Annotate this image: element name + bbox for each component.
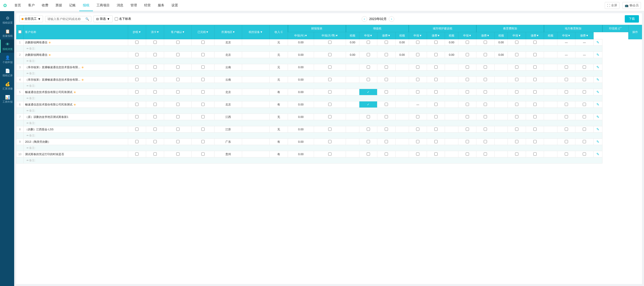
edit-icon[interactable]: ✎ xyxy=(596,78,599,82)
name-checkbox[interactable] xyxy=(115,17,118,21)
filter-button[interactable]: ⊟ 筛选 ▼ xyxy=(93,15,113,22)
copy-tax-checkbox[interactable] xyxy=(135,53,139,56)
lp-checkbox[interactable] xyxy=(533,53,537,56)
paid-cell xyxy=(192,52,214,58)
row-num: 6 xyxy=(16,101,24,108)
ep-checkbox[interactable] xyxy=(484,53,487,56)
edit-icon[interactable]: ✎ xyxy=(596,65,599,69)
sidebar-item-annual-report[interactable]: 📊 工商年报 xyxy=(0,92,14,105)
vp-checkbox[interactable] xyxy=(385,53,388,56)
sub-col-city-pay: 缴费▼ xyxy=(427,32,445,39)
search-box[interactable]: 🔍 xyxy=(45,16,91,22)
row-num: 3 xyxy=(16,64,24,70)
nav-invoice[interactable]: 票据 xyxy=(52,0,66,11)
copy-tax-checkbox[interactable] xyxy=(135,41,139,44)
sidebar-item-batch-tax[interactable]: 📋 批量报税 xyxy=(0,26,14,40)
paid-checkbox[interactable] xyxy=(201,65,205,69)
sidebar-item-tax-browse[interactable]: 👁 报税浏览 xyxy=(0,40,14,53)
edit-icon[interactable]: ✎ xyxy=(596,40,599,44)
sidebar-label-annual-report: 工商年报 xyxy=(3,100,13,103)
col-income: 收入 C xyxy=(269,25,288,39)
nav-client[interactable]: 客户 xyxy=(25,0,38,11)
clear-card-checkbox[interactable] xyxy=(153,65,157,69)
edit-icon[interactable]: ✎ xyxy=(596,152,599,156)
nav-manage[interactable]: 管理 xyxy=(127,0,141,11)
action-cell[interactable]: ✎ xyxy=(593,151,602,157)
table-container[interactable]: 客户名称 抄税▼ 清卡▼ 客户确认▼ 已完税▼ 所属地区▼ 税控设备▼ 收入 C… xyxy=(16,25,642,284)
cp-checkbox[interactable] xyxy=(434,41,438,44)
rm-checkbox[interactable] xyxy=(328,53,331,56)
action-cell[interactable]: ✎ xyxy=(593,114,602,120)
cp-checkbox[interactable] xyxy=(434,53,438,56)
select-all-checkbox[interactable] xyxy=(18,30,22,33)
action-cell[interactable]: ✎ xyxy=(593,101,602,108)
download-button[interactable]: 下载 xyxy=(625,15,639,23)
action-cell[interactable]: ✎ xyxy=(593,52,602,58)
sub-col-vat-amount: 税额 xyxy=(346,32,359,39)
region-cell: 云南 xyxy=(214,64,242,70)
nav-home[interactable]: 首页 xyxy=(11,0,25,11)
er-checkbox[interactable] xyxy=(466,53,469,56)
edit-icon[interactable]: ✎ xyxy=(596,90,599,94)
edit-icon[interactable]: ✎ xyxy=(596,127,599,131)
paid-checkbox[interactable] xyxy=(201,41,205,44)
action-cell[interactable]: ✎ xyxy=(593,39,602,46)
action-cell[interactable]: ✎ xyxy=(593,89,602,95)
clear-card-cell xyxy=(146,77,164,83)
copy-tax-checkbox[interactable] xyxy=(135,65,139,69)
lr-checkbox[interactable] xyxy=(515,41,518,44)
vr-checkbox[interactable] xyxy=(367,41,370,44)
clear-card-checkbox[interactable] xyxy=(153,41,157,44)
note-cell: ✏备注: xyxy=(24,108,602,114)
rm-checkbox[interactable] xyxy=(328,41,331,44)
edit-icon[interactable]: ✎ xyxy=(596,115,599,119)
sidebar-item-personal-tax[interactable]: 👤 个税申报 xyxy=(0,53,14,66)
vr-checkbox[interactable] xyxy=(367,53,370,56)
paid-checkbox[interactable] xyxy=(201,53,205,56)
stamp-amount-cell xyxy=(544,52,557,58)
cr-checkbox[interactable] xyxy=(416,53,419,56)
name-checkbox-label[interactable]: 名下标表 xyxy=(115,17,131,21)
nav-commerce[interactable]: 工商项目 xyxy=(93,0,113,11)
sidebar-item-tax-record[interactable]: 📄 报税记录 xyxy=(0,66,14,79)
cr-checkbox[interactable] xyxy=(416,41,419,44)
nav-message[interactable]: 消息 xyxy=(113,0,127,11)
date-next-button[interactable]: › xyxy=(389,16,394,22)
sidebar-item-tax-settings[interactable]: ⚙ 报税设置 xyxy=(0,13,14,26)
search-input[interactable] xyxy=(47,17,85,21)
action-cell[interactable]: ✎ xyxy=(593,77,602,83)
confirm-checkbox[interactable] xyxy=(176,53,180,56)
action-cell[interactable]: ✎ xyxy=(593,64,602,70)
vip-button[interactable]: 📺 畅会员 xyxy=(622,2,641,9)
er-checkbox[interactable] xyxy=(466,41,469,44)
stamp-pay-cell: — xyxy=(575,52,593,58)
vp-checkbox[interactable] xyxy=(385,41,388,44)
nav-billing[interactable]: 收费 xyxy=(38,0,52,11)
action-cell[interactable]: ✎ xyxy=(593,139,602,145)
search-icon[interactable]: 🔍 xyxy=(85,17,89,21)
clear-card-checkbox[interactable] xyxy=(153,53,157,56)
sub-col-city-report: 申报▼ xyxy=(409,32,427,39)
edu-amount-cell xyxy=(445,64,458,70)
ep-checkbox[interactable] xyxy=(484,41,487,44)
edit-icon[interactable]: ✎ xyxy=(596,140,599,144)
date-prev-button[interactable]: ‹ xyxy=(362,16,367,22)
nav-settings[interactable]: 设置 xyxy=(168,0,182,11)
nav-service[interactable]: 服务 xyxy=(154,0,168,11)
confirm-checkbox[interactable] xyxy=(176,65,180,69)
employee-filter-select[interactable]: 全部员工 ▼ xyxy=(19,15,43,22)
nav-bookkeeping[interactable]: 记账 xyxy=(66,0,79,11)
region-cell: 北京 xyxy=(214,39,242,46)
note-cell: ✏备注: xyxy=(24,145,602,151)
edit-icon[interactable]: ✎ xyxy=(596,102,599,106)
confirm-checkbox[interactable] xyxy=(176,41,180,44)
nav-tax[interactable]: 报税 xyxy=(79,0,93,11)
action-cell[interactable]: ✎ xyxy=(593,126,602,133)
fullscreen-button[interactable]: ⛶ 全屏 xyxy=(605,2,619,9)
lp-checkbox[interactable] xyxy=(533,41,537,44)
lr-checkbox[interactable] xyxy=(515,53,518,56)
edit-icon[interactable]: ✎ xyxy=(596,53,599,57)
report-month-cell xyxy=(314,52,346,58)
nav-operation[interactable]: 经营 xyxy=(141,0,154,11)
sidebar-item-annual-settlement[interactable]: 💰 汇算清缴 xyxy=(0,79,14,92)
